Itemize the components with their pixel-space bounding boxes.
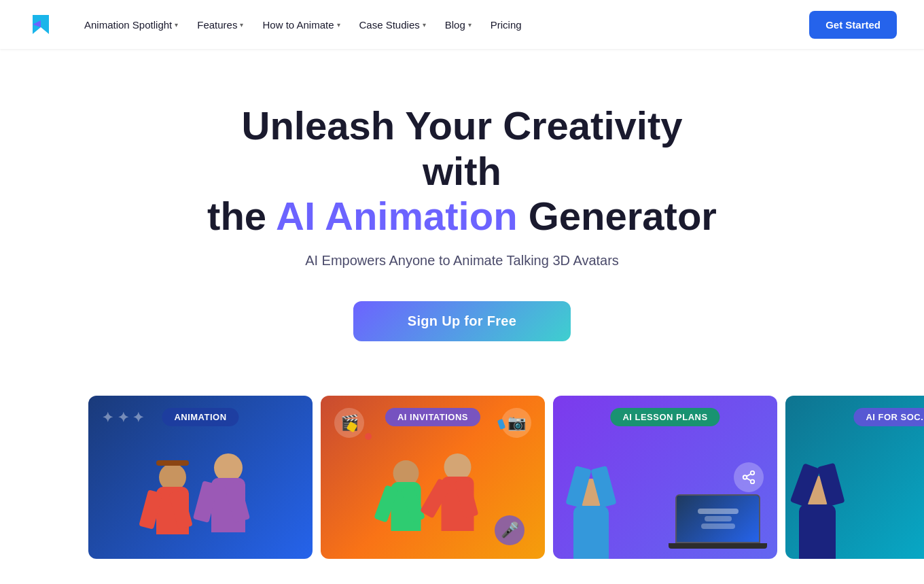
nav-links: Animation Spotlight ▾ Features ▾ How to … xyxy=(76,14,809,36)
hero-subtitle: AI Empowers Anyone to Animate Talking 3D… xyxy=(305,253,619,269)
svg-line-3 xyxy=(747,478,751,481)
sign-up-button[interactable]: Sign Up for Free xyxy=(353,301,571,341)
camera-icon: 📷 xyxy=(501,408,531,438)
chevron-down-icon: ▾ xyxy=(240,21,243,29)
nav-item-pricing[interactable]: Pricing xyxy=(482,14,530,36)
card-label-ai-lesson-plans: AI LESSON PLANS xyxy=(610,408,719,426)
cards-strip: ANIMATION ✦ ✦ xyxy=(0,396,924,559)
hero-section: Unleash Your Creativity with the AI Anim… xyxy=(0,49,924,382)
chevron-down-icon: ▾ xyxy=(468,21,472,29)
chevron-down-icon: ▾ xyxy=(337,21,340,29)
svg-point-2 xyxy=(751,480,755,484)
card-ai-for-social[interactable]: AI FOR SOC... 🔔 1 xyxy=(785,396,924,559)
nav-item-blog[interactable]: Blog ▾ xyxy=(437,14,480,36)
nav-item-how-to-animate[interactable]: How to Animate ▾ xyxy=(254,14,348,36)
card-label-ai-for-social: AI FOR SOC... xyxy=(853,408,924,426)
card-label-ai-invitations: AI INVITATIONS xyxy=(385,408,480,426)
nav-item-case-studies[interactable]: Case Studies ▾ xyxy=(351,14,434,36)
svg-line-4 xyxy=(747,474,751,477)
logo[interactable] xyxy=(27,11,54,38)
card-ai-lesson-plans[interactable]: AI LESSON PLANS xyxy=(553,396,777,559)
chevron-down-icon: ▾ xyxy=(423,21,426,29)
hero-title: Unleash Your Creativity with the AI Anim… xyxy=(197,103,727,239)
svg-point-0 xyxy=(751,471,755,475)
chevron-down-icon: ▾ xyxy=(175,21,178,29)
nav-item-features[interactable]: Features ▾ xyxy=(189,14,251,36)
svg-point-1 xyxy=(743,475,747,479)
card-ai-invitations[interactable]: AI INVITATIONS 🎬 📷 xyxy=(321,396,545,559)
get-started-button[interactable]: Get Started xyxy=(809,11,897,39)
nav-cta: Get Started xyxy=(809,11,897,39)
mic-icon: 🎤 xyxy=(495,515,525,545)
share-icon xyxy=(734,462,764,492)
card-animation[interactable]: ANIMATION ✦ ✦ xyxy=(88,396,313,559)
card-label-animation: ANIMATION xyxy=(162,408,238,426)
navbar: Animation Spotlight ▾ Features ▾ How to … xyxy=(0,0,924,49)
nav-item-animation-spotlight[interactable]: Animation Spotlight ▾ xyxy=(76,14,186,36)
